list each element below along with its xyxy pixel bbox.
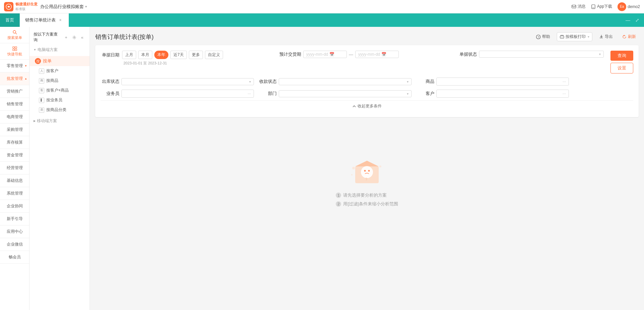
- date-filter: 上月 本月 本年 近7天 更多 自定义: [122, 51, 223, 59]
- sidebar-item-basic[interactable]: 基础信息: [0, 174, 29, 187]
- content: 按以下方案查询 + « ▼ 电脑端方案: [30, 27, 644, 310]
- sidebar-item-ecommerce[interactable]: 电商管理: [0, 111, 29, 123]
- date-btn-more[interactable]: 更多: [189, 51, 203, 59]
- sidebar-item-retail[interactable]: 零售管理 ▼: [0, 60, 29, 72]
- sidebar-item-wechat[interactable]: 企业微信: [0, 238, 29, 251]
- goods-more-icon: ···: [562, 79, 566, 84]
- sidebar-item-finance[interactable]: 资金管理: [0, 149, 29, 162]
- sidebar-item-marketing[interactable]: 营销推广: [0, 85, 29, 98]
- status-label: 单据状态: [458, 51, 477, 57]
- expected-date-start[interactable]: yyyy-mm-dd 📅: [303, 51, 347, 58]
- expected-date-end[interactable]: yyyy-mm-dd 📅: [355, 51, 399, 58]
- sidebar-item-app-center[interactable]: 应用中心: [0, 225, 29, 238]
- sidebar-item-sales[interactable]: 销售管理: [0, 98, 29, 111]
- empty-state: ? 1 请先选择要分析的方案 2 用[过滤]条件来缩小分析范围: [95, 121, 639, 234]
- topbar-title: 办公用品行业模拟账套 ▾: [40, 4, 569, 10]
- scheme-icon-by-customer: 人: [39, 68, 44, 74]
- refresh-btn[interactable]: 刷新: [620, 33, 639, 41]
- message-btn[interactable]: 消息: [572, 4, 586, 9]
- scheme-item-by-goods-category[interactable]: 类 按商品分类: [30, 105, 90, 115]
- department-select[interactable]: ▾: [279, 90, 411, 97]
- maximize-btn[interactable]: ⤢: [633, 16, 641, 24]
- pc-scheme-section[interactable]: ▼ 电脑端方案: [30, 45, 90, 55]
- collapse-left-btn[interactable]: «: [79, 34, 86, 41]
- sidebar-item-inventory[interactable]: 库存核算: [0, 136, 29, 149]
- tab-sales-order-stats[interactable]: 销售订单统计表 ×: [20, 13, 69, 27]
- scheme-item-by-customer[interactable]: 人 按客户: [30, 66, 90, 76]
- sidebar-item-enterprise[interactable]: 企业协同: [0, 200, 29, 213]
- settings-scheme-btn[interactable]: [71, 34, 77, 41]
- app-download-btn[interactable]: App下载: [591, 4, 612, 9]
- page-title: 销售订单统计表(按单): [95, 33, 154, 41]
- user-avatar: Ea: [618, 2, 626, 11]
- tab-close-icon[interactable]: ×: [58, 17, 63, 23]
- add-scheme-btn[interactable]: +: [63, 34, 69, 41]
- delivery-dropdown-icon: ▾: [249, 80, 251, 84]
- payment-dropdown-icon: ▾: [407, 80, 409, 84]
- salesperson-select[interactable]: ···: [121, 90, 254, 98]
- scheme-item-by-customer-goods[interactable]: 客 按客户+商品: [30, 86, 90, 95]
- sidebar-search[interactable]: 搜索菜单: [0, 27, 29, 43]
- date-btn-this-year[interactable]: 本年: [154, 51, 168, 59]
- payment-status-select[interactable]: ▾: [279, 78, 411, 85]
- svg-rect-14: [561, 37, 563, 38]
- filter-settings-btn[interactable]: 设置: [610, 63, 633, 73]
- svg-rect-1: [572, 5, 576, 8]
- department-label: 部门: [258, 91, 277, 97]
- payment-status-label: 收款状态: [258, 79, 277, 85]
- empty-illustration: ?: [347, 148, 387, 188]
- page-actions: ? 帮助 按模板打印 ▾: [533, 32, 639, 41]
- delivery-status-select[interactable]: ▾: [121, 78, 254, 85]
- help-btn[interactable]: ? 帮助: [533, 33, 553, 41]
- calendar-end-icon: 📅: [381, 52, 386, 57]
- date-btn-this-month[interactable]: 本月: [138, 51, 152, 59]
- mobile-scheme-section[interactable]: ▶ 移动端方案: [30, 116, 90, 126]
- svg-point-4: [13, 31, 16, 33]
- date-btn-custom[interactable]: 自定义: [205, 51, 223, 59]
- sidebar-nav-shortcut[interactable]: 快捷导航: [0, 43, 29, 60]
- sidebar-item-operations[interactable]: 经营管理: [0, 162, 29, 174]
- print-btn[interactable]: 按模板打印 ▾: [557, 32, 592, 41]
- mobile-section-arrow: ▶: [34, 119, 36, 122]
- filter-card: 单据日期 上月 本月 本年 近7天 更多 自定义 2023-01-0: [95, 45, 639, 117]
- svg-point-18: [364, 170, 366, 172]
- sidebar-item-purchase[interactable]: 采购管理: [0, 123, 29, 136]
- svg-point-10: [73, 37, 75, 38]
- sidebar-item-newbie[interactable]: 新手引导: [0, 213, 29, 225]
- goods-select[interactable]: ···: [436, 78, 569, 86]
- svg-point-21: [352, 167, 355, 169]
- sidebar-item-system[interactable]: 系统管理: [0, 187, 29, 200]
- sidebar-item-member[interactable]: 畅会员: [0, 251, 29, 264]
- export-btn[interactable]: 导出: [596, 33, 615, 41]
- scheme-item-by-salesperson[interactable]: ▋ 按业务员: [30, 95, 90, 105]
- calendar-start-icon: 📅: [329, 52, 334, 57]
- logo-text: 畅捷通好生意 标准版: [15, 2, 38, 11]
- scheme-icon-by-order: 按: [35, 58, 41, 64]
- status-select[interactable]: ▾: [479, 51, 604, 58]
- svg-rect-8: [13, 49, 14, 51]
- title-dropdown-icon[interactable]: ▾: [85, 5, 87, 8]
- expected-date-label: 预计交货期: [279, 51, 301, 57]
- date-range-text: 2023-01-01 至 2023-12-31: [123, 61, 167, 65]
- customer-label: 客户: [416, 91, 434, 97]
- collapse-btn[interactable]: 收起更多条件: [101, 100, 633, 112]
- scheme-item-by-order[interactable]: 按 按单: [30, 56, 90, 66]
- svg-rect-6: [13, 47, 14, 48]
- date-btn-7days[interactable]: 近7天: [170, 51, 187, 59]
- topbar-actions: 消息 App下载 Ea demo2: [572, 2, 640, 11]
- hint-1: 1 请先选择要分析的方案: [336, 192, 387, 198]
- tab-home[interactable]: 首页: [0, 13, 20, 27]
- svg-marker-16: [355, 161, 379, 166]
- customer-select[interactable]: ···: [436, 90, 569, 98]
- svg-text:?: ?: [538, 36, 539, 39]
- date-btn-last-month[interactable]: 上月: [122, 51, 136, 59]
- pc-section-arrow: ▼: [34, 48, 36, 51]
- hint-2: 2 用[过滤]条件来缩小分析范围: [336, 201, 398, 207]
- search-btn[interactable]: 查询: [610, 51, 633, 61]
- sidebar-item-wholesale[interactable]: 批发管理 ▲: [0, 72, 29, 85]
- left-panel-header: 按以下方案查询 + «: [30, 30, 90, 45]
- delivery-status-label: 出库状态: [101, 79, 119, 85]
- scheme-item-by-goods[interactable]: 商 按商品: [30, 76, 90, 86]
- user-profile[interactable]: Ea demo2: [618, 2, 640, 11]
- minimize-btn[interactable]: —: [624, 16, 632, 24]
